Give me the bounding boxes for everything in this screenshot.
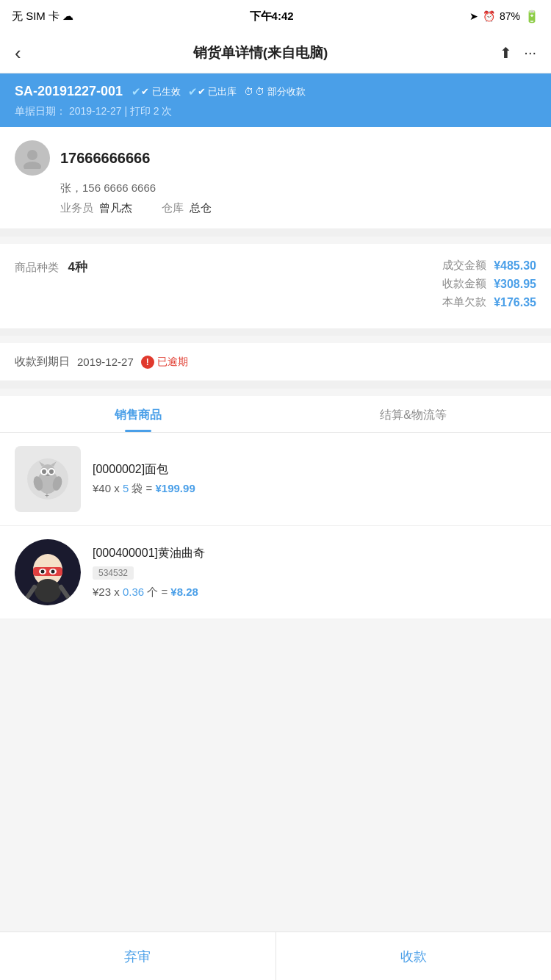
divider-2 — [0, 328, 551, 336]
tabs-section: 销售商品 结算&物流等 — [0, 396, 551, 433]
clock-icon: ⏱ — [244, 86, 253, 97]
warehouse-label: 仓库 — [162, 201, 184, 215]
nav-bar: ‹ 销货单详情(来自电脑) ⬆ ··· — [0, 32, 551, 73]
svg-point-22 — [35, 579, 61, 602]
product-thumb-2 — [15, 539, 81, 605]
owed-label: 本单欠款 — [442, 295, 486, 309]
product-qty-2: 0.36 — [123, 586, 144, 598]
product-info-2: [000400001]黄油曲奇 534532 ¥23 x 0.36 个 = ¥8… — [93, 546, 536, 599]
page-title: 销货单详情(来自电脑) — [193, 43, 328, 62]
share-icon[interactable]: ⬆ — [500, 44, 512, 62]
product-total-1: ¥199.99 — [156, 482, 195, 494]
badge-partial-payment: ⏱ ⏱ 部分收款 — [244, 85, 306, 98]
overdue-text: 已逾期 — [157, 356, 188, 369]
tab-settlement[interactable]: 结算&物流等 — [276, 396, 551, 432]
order-date-row: 单据日期： 2019-12-27 | 打印 2 次 — [15, 105, 536, 118]
battery-icon: 🔋 — [525, 10, 539, 24]
amount-value: ¥485.30 — [494, 259, 536, 273]
badge-shipped: ✔ ✔ 已出库 — [188, 85, 237, 98]
battery-status: 87% — [500, 10, 520, 22]
salesperson-item: 业务员 曾凡杰 — [60, 201, 132, 215]
product-unit-price-2: ¥23 — [93, 586, 111, 598]
product-name-1: [0000002]面包 — [93, 462, 536, 478]
customer-avatar — [15, 140, 50, 176]
product-types-value: 4种 — [68, 260, 87, 274]
status-bar-time: 下午4:42 — [250, 10, 294, 24]
order-date-value: 2019-12-27 — [69, 105, 122, 117]
summary-left: 商品种类 4种 — [15, 259, 87, 280]
product-unit-price-1: ¥40 — [93, 482, 111, 494]
divider-3 — [0, 381, 551, 389]
more-icon[interactable]: ··· — [524, 44, 536, 61]
check-icon-2: ✔ — [188, 85, 198, 98]
bottom-spacer — [0, 619, 551, 678]
status-bar: 无 SIM 卡 ☁ 下午4:42 ➤ ⏰ 87% 🔋 — [0, 0, 551, 32]
order-date-label: 单据日期： — [15, 105, 66, 117]
summary-section: 商品种类 4种 成交金额 ¥485.30 收款金额 ¥308.95 本单欠款 ¥… — [0, 244, 551, 328]
order-id: SA-20191227-001 — [15, 84, 123, 99]
overdue-icon: ! — [141, 356, 154, 369]
received-label: 收款金额 — [442, 277, 486, 291]
due-date-value: 2019-12-27 — [77, 356, 134, 368]
product-sku-2: 534532 — [93, 566, 134, 580]
product-price-1: ¥40 x 5 袋 = ¥199.99 — [93, 482, 536, 496]
location-icon: ➤ — [469, 10, 478, 22]
product-item-2: [000400001]黄油曲奇 534532 ¥23 x 0.36 个 = ¥8… — [0, 526, 551, 619]
divider-1 — [0, 229, 551, 237]
overdue-badge: ! 已逾期 — [141, 356, 188, 369]
order-badges: ✔ ✔ 已生效 ✔ ✔ 已出库 ⏱ ⏱ 部分收款 — [132, 85, 306, 98]
amount-label: 成交金额 — [442, 259, 486, 273]
alarm-icon: ⏰ — [483, 10, 495, 22]
customer-meta: 业务员 曾凡杰 仓库 总仓 — [60, 201, 536, 215]
received-value: ¥308.95 — [494, 278, 536, 291]
product-price-2: ¥23 x 0.36 个 = ¥8.28 — [93, 586, 536, 599]
product-qty-1: 5 — [123, 482, 129, 494]
owed-row: 本单欠款 ¥176.35 — [442, 295, 536, 309]
collect-payment-button[interactable]: 收款 — [276, 932, 552, 980]
customer-phone: 17666666666 — [60, 150, 150, 167]
warehouse-item: 仓库 总仓 — [162, 201, 212, 215]
badge-effective: ✔ ✔ 已生效 — [132, 85, 181, 98]
svg-rect-17 — [33, 567, 62, 576]
product-item-1: + [0000002]面包 ¥40 x 5 袋 = ¥199.99 — [0, 433, 551, 526]
warehouse-value: 总仓 — [190, 201, 212, 215]
order-print-info: | 打印 2 次 — [124, 105, 172, 117]
svg-point-21 — [51, 570, 55, 574]
customer-section: 17666666666 张，156 6666 6666 业务员 曾凡杰 仓库 总… — [0, 127, 551, 229]
nav-actions: ⬆ ··· — [500, 44, 536, 62]
svg-point-20 — [41, 570, 45, 574]
cancel-review-button[interactable]: 弃审 — [0, 932, 276, 980]
status-bar-right: ➤ ⏰ 87% 🔋 — [469, 10, 539, 24]
due-date-label: 收款到期日 — [15, 355, 70, 369]
due-section: 收款到期日 2019-12-27 ! 已逾期 — [0, 343, 551, 381]
owed-value: ¥176.35 — [494, 296, 536, 309]
product-types-row: 商品种类 4种 — [15, 259, 87, 275]
status-bar-left: 无 SIM 卡 ☁ — [12, 10, 73, 24]
summary-right: 成交金额 ¥485.30 收款金额 ¥308.95 本单欠款 ¥176.35 — [442, 259, 536, 314]
svg-point-1 — [24, 162, 41, 169]
products-section: + [0000002]面包 ¥40 x 5 袋 = ¥199.99 — [0, 433, 551, 619]
order-header: SA-20191227-001 ✔ ✔ 已生效 ✔ ✔ 已出库 ⏱ ⏱ 部分收款… — [0, 73, 551, 127]
svg-text:+: + — [45, 491, 49, 500]
salesperson-value: 曾凡杰 — [99, 201, 132, 215]
bottom-bar: 弃审 收款 — [0, 932, 551, 980]
product-thumb-1: + — [15, 446, 81, 512]
product-info-1: [0000002]面包 ¥40 x 5 袋 = ¥199.99 — [93, 462, 536, 496]
product-name-2: [000400001]黄油曲奇 — [93, 546, 536, 561]
product-total-2: ¥8.28 — [170, 586, 198, 598]
svg-point-0 — [27, 150, 37, 160]
salesperson-label: 业务员 — [60, 201, 93, 215]
back-button[interactable]: ‹ — [15, 43, 21, 62]
tabs-row: 销售商品 结算&物流等 — [0, 396, 551, 432]
check-icon-1: ✔ — [132, 85, 141, 98]
product-types-label: 商品种类 — [15, 261, 59, 273]
customer-name-phone: 张，156 6666 6666 — [60, 181, 536, 195]
svg-point-10 — [49, 469, 54, 474]
svg-point-9 — [42, 469, 46, 474]
sim-status: 无 SIM 卡 ☁ — [12, 10, 73, 24]
tab-products[interactable]: 销售商品 — [0, 396, 276, 432]
amount-row: 成交金额 ¥485.30 — [442, 259, 536, 273]
received-row: 收款金额 ¥308.95 — [442, 277, 536, 291]
